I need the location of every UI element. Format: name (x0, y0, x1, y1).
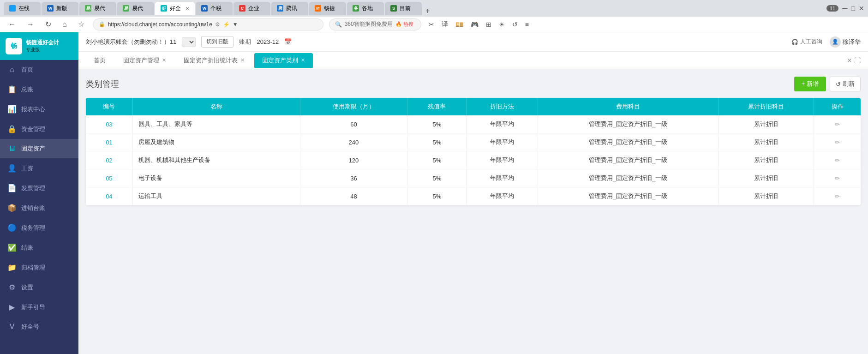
customer-service-button[interactable]: 🎧 人工咨询 (791, 38, 822, 46)
tab-category-close[interactable]: ✕ (301, 57, 305, 63)
sidebar-item-fixed-assets[interactable]: 🖥 固定资产 (0, 139, 78, 158)
company-name: 刘小艳演示账套（勿删勿动！）11 (86, 38, 176, 46)
ssl-lock-icon: 🔒 (99, 21, 105, 27)
edit-icon-4[interactable]: ✏ (835, 193, 840, 200)
translate-icon[interactable]: 译 (440, 19, 450, 30)
content-area: 类别管理 + 新增 ↺ 刷新 编号 名称 使用期限（月） 残值率 (78, 69, 868, 354)
browser-tab-haoquan[interactable]: 好 好全 ✕ (155, 2, 195, 15)
fixed-assets-icon: 🖥 (7, 144, 17, 153)
browser-tab-yidai1[interactable]: 易 易代 (79, 2, 116, 15)
sidebar-item-settings[interactable]: ⚙ 设置 (0, 277, 78, 297)
tab-close-all-button[interactable]: ✕ (847, 57, 852, 64)
user-menu[interactable]: 👤 徐泽华 (830, 36, 861, 48)
refresh-button[interactable]: ↺ 刷新 (830, 77, 861, 91)
cell-name-4: 运输工具 (132, 187, 300, 205)
cell-accum-3: 累计折旧 (718, 169, 814, 187)
edit-icon-0[interactable]: ✏ (835, 121, 840, 128)
history-icon[interactable]: ↺ (510, 20, 520, 29)
switch-version-button[interactable]: 切到旧版 (201, 36, 233, 48)
settings-icon: ⚙ (7, 283, 17, 292)
window-close-icon[interactable]: ✕ (859, 5, 864, 12)
sidebar-item-archive[interactable]: 📁 归档管理 (0, 258, 78, 277)
home-button[interactable]: ⌂ (60, 19, 70, 30)
cell-residual-2: 5% (407, 151, 467, 169)
cell-accum-1: 累计折旧 (718, 133, 814, 151)
th-name: 名称 (132, 98, 300, 115)
browser-tab-muqian[interactable]: S 目前 (385, 2, 422, 15)
browser-tab-gedi[interactable]: 各 各地 (347, 2, 384, 15)
sun-icon[interactable]: ☀ (497, 20, 507, 29)
grid-icon[interactable]: ⊞ (484, 20, 493, 29)
refresh-icon: ↺ (836, 81, 841, 88)
window-minimize-icon[interactable]: ─ (842, 4, 847, 12)
cell-action-2[interactable]: ✏ (814, 151, 861, 169)
game-icon[interactable]: 🎮 (469, 20, 480, 29)
sidebar-logo: 畅 畅捷通好会计 专业版 (0, 32, 78, 60)
window-maximize-icon[interactable]: □ (851, 5, 855, 12)
sidebar-item-guide[interactable]: ▶ 新手引导 (0, 297, 78, 317)
tab-icon-hao: 好 (161, 5, 167, 12)
add-button[interactable]: + 新增 (794, 77, 826, 91)
tab-category[interactable]: 固定资产类别 ✕ (254, 53, 313, 68)
menu-icon[interactable]: ≡ (523, 20, 531, 29)
sidebar-item-more[interactable]: V 好全号 (0, 317, 78, 336)
logo-sub: 专业版 (26, 47, 59, 53)
sidebar-item-invoice[interactable]: 📄 发票管理 (0, 178, 78, 198)
url-flash-icon: ⚡ (223, 21, 230, 28)
browser-tab-enterprise[interactable]: C 企业 (233, 2, 270, 15)
cell-code-1[interactable]: 01 (86, 133, 132, 151)
new-tab-button[interactable]: + (423, 7, 432, 15)
browser-tab-tax[interactable]: W 个税 (196, 2, 233, 15)
tab-depreciation-table[interactable]: 固定资产折旧统计表 ✕ (176, 53, 252, 68)
tab-depreciation-close[interactable]: ✕ (240, 57, 245, 63)
cell-code-3[interactable]: 05 (86, 169, 132, 187)
cell-months-1: 240 (300, 133, 407, 151)
sidebar-item-home[interactable]: ⌂ 首页 (0, 60, 78, 79)
scissors-icon[interactable]: ✂ (427, 20, 436, 29)
tab-fullscreen-button[interactable]: ⛶ (854, 57, 861, 64)
cell-months-4: 48 (300, 187, 407, 205)
sidebar-item-payroll[interactable]: 👤 工资 (0, 158, 78, 178)
sidebar-item-label-payroll: 工资 (21, 164, 33, 173)
sidebar-item-label-invoice: 发票管理 (21, 184, 45, 192)
sidebar-item-stock[interactable]: 📦 进销台账 (0, 198, 78, 218)
browser-tab-tencent[interactable]: 腾 腾讯 (271, 2, 308, 15)
sidebar-item-ledger[interactable]: 📋 总账 (0, 79, 78, 99)
sidebar-item-tax[interactable]: 🔵 税务管理 (0, 218, 78, 238)
sidebar-item-reports[interactable]: 📊 报表中心 (0, 99, 78, 119)
cell-code-0[interactable]: 03 (86, 115, 132, 133)
tab-fixed-mgmt-close[interactable]: ✕ (162, 57, 166, 63)
cell-code-2[interactable]: 02 (86, 151, 132, 169)
cell-months-0: 60 (300, 115, 407, 133)
tab-fixed-mgmt[interactable]: 固定资产管理 ✕ (115, 53, 174, 68)
url-dropdown-icon[interactable]: ▼ (233, 21, 238, 28)
calendar-icon[interactable]: 📅 (284, 38, 292, 45)
search-box[interactable]: 🔍 360智能抠图免费用 🔥 热搜 (329, 18, 421, 30)
company-switcher[interactable] (182, 37, 196, 47)
edit-icon-2[interactable]: ✏ (835, 157, 840, 164)
cell-action-1[interactable]: ✏ (814, 133, 861, 151)
tab-icon-yi2: 易 (123, 5, 129, 12)
browser-tab-close-haoquan[interactable]: ✕ (186, 6, 189, 11)
sidebar-item-checkout[interactable]: ✅ 结账 (0, 238, 78, 258)
browser-tab-new[interactable]: W 新版 (42, 2, 78, 15)
browser-tab-changjie[interactable]: M 畅捷 (309, 2, 346, 15)
back-button[interactable]: ← (6, 19, 18, 30)
cell-name-0: 器具、工具、家具等 (132, 115, 300, 133)
cell-action-4[interactable]: ✏ (814, 187, 861, 205)
browser-tab-online[interactable]: 🌐 在线 (4, 2, 41, 15)
bookmark-button[interactable]: ☆ (75, 19, 87, 30)
tab-home[interactable]: 首页 (86, 53, 114, 68)
reload-button[interactable]: ↻ (42, 19, 54, 30)
edit-icon-3[interactable]: ✏ (835, 175, 840, 182)
browser-tab-yidai2[interactable]: 易 易代 (117, 2, 154, 15)
forward-button[interactable]: → (24, 19, 37, 30)
cell-code-4[interactable]: 04 (86, 187, 132, 205)
app-header: 刘小艳演示账套（勿删勿动！）11 切到旧版 账期 2023-12 📅 🎧 人工咨… (78, 32, 868, 52)
cell-action-0[interactable]: ✏ (814, 115, 861, 133)
cell-action-3[interactable]: ✏ (814, 169, 861, 187)
address-bar[interactable]: 🔒 https://cloud.chanjet.com/accounting/u… (93, 18, 323, 30)
edit-icon-1[interactable]: ✏ (835, 139, 840, 146)
sidebar-item-cash[interactable]: 🔒 资金管理 (0, 119, 78, 139)
wallet-icon[interactable]: 💴 (454, 20, 465, 29)
